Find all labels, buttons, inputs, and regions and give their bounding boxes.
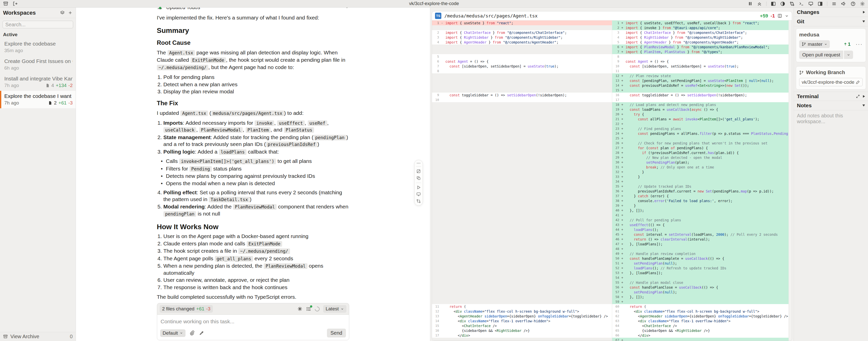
line-number: 46	[612, 237, 621, 241]
line-number: 8	[432, 69, 441, 73]
files-changed-badge[interactable]: 2 files changed +61 -3	[160, 305, 213, 313]
notes-section-header[interactable]: Notes	[794, 101, 868, 110]
chevron-down-icon	[341, 307, 344, 311]
tool-call-row[interactable]: Updated Todos	[157, 8, 349, 10]
diff-line	[432, 112, 612, 117]
view-archive-row[interactable]: View Archive 0	[0, 332, 76, 341]
sign-out-icon[interactable]	[12, 1, 18, 6]
line-number: 9	[432, 93, 441, 97]
monitor-icon[interactable]	[808, 1, 813, 6]
workspace-time: 35m ago	[4, 48, 23, 53]
diff-line: 35+ // Update tracked plan IDs	[612, 184, 792, 189]
settings-gear-icon[interactable]	[860, 1, 865, 6]
add-workspace-icon[interactable]	[68, 10, 73, 15]
copy-icon[interactable]	[416, 176, 421, 180]
workspace-item[interactable]: Explore the codebase35m ago	[0, 38, 76, 56]
working-branch-field[interactable]: vk/3ccf-explore-the-code	[799, 78, 863, 86]
terminal-section-header[interactable]: Terminal	[794, 92, 868, 101]
pr-options-caret[interactable]	[844, 51, 853, 59]
inline-code: PlanStatus	[284, 127, 314, 133]
search-input[interactable]	[3, 21, 73, 28]
diff-line: 44+ loadPlans();	[612, 227, 792, 232]
diff-row: 15 <ChatInterface />64 <ChatInterface />	[432, 323, 792, 328]
line-number: 63	[612, 319, 621, 323]
diff-line	[432, 150, 612, 155]
latest-dropdown[interactable]: Latest	[323, 305, 346, 313]
diff-area: TS /medusa/medusa/src/pages/Agent.tsx +5…	[430, 8, 794, 341]
diff-line: 47+ }, [loadPlans]);	[612, 242, 792, 246]
list-item: Polling effect: Set up a polling interva…	[163, 189, 349, 203]
diff-row: 36+ previousPlanIdsRef.current = new Set…	[432, 189, 792, 193]
line-number: 22	[612, 122, 621, 126]
chevron-down-icon[interactable]	[785, 14, 789, 18]
diff-line: 58+ }, []);	[612, 294, 792, 299]
more-options-icon[interactable]: ···	[856, 41, 863, 48]
workspace-title: Create Good First Issues on Github So p	[4, 58, 73, 64]
collapse-all-icon[interactable]	[757, 1, 762, 6]
run-play-icon[interactable]	[416, 185, 421, 190]
split-view-icon[interactable]	[777, 13, 782, 18]
notes-placeholder[interactable]: Add notes about this workspace...	[794, 110, 868, 127]
inline-code: PlanReviewModal	[264, 264, 307, 269]
git-compare-icon[interactable]	[416, 199, 421, 204]
monitor-icon[interactable]	[416, 192, 421, 196]
diff-row: 31+ break; // Only open one at a time	[432, 165, 792, 169]
chevron-down-icon[interactable]	[345, 8, 349, 10]
send-button[interactable]: Send	[327, 329, 346, 337]
line-number: 23	[612, 127, 621, 130]
disable-preview-icon[interactable]	[416, 169, 421, 174]
branch-selector[interactable]: master	[799, 40, 830, 48]
line-number: 21	[612, 117, 621, 121]
message-input[interactable]: Continue working on this task... Default…	[157, 314, 349, 340]
diff-row: 29+ // New plan detected - open the moda…	[432, 155, 792, 160]
additions-count: +61	[196, 306, 204, 312]
line-number: 10	[432, 98, 441, 102]
git-compare-icon[interactable]	[789, 1, 795, 6]
todo-list-icon[interactable]	[306, 306, 311, 312]
archive-box-icon[interactable]	[3, 1, 8, 6]
theme-contrast-icon[interactable]	[780, 1, 785, 6]
assistant-paragraph: The build completed successfully with no…	[157, 293, 349, 300]
assistant-paragraph: The Agent.tsx page was missing all plan …	[157, 49, 349, 71]
diff-row: 67+	[432, 338, 792, 341]
panel-left-icon[interactable]	[771, 1, 776, 6]
panel-right-icon[interactable]	[818, 1, 823, 6]
workspace-item[interactable]: Explore the codebase I want you to exp7h…	[0, 91, 76, 108]
workspace-item[interactable]: Install and integrate Vibe Kanban Web C7…	[0, 73, 76, 91]
diff-line: 28+ if (!previousPlanIdsRef.current.has(…	[612, 150, 792, 155]
working-branch-label: Working Branch	[806, 69, 845, 75]
mode-dropdown[interactable]: Default	[160, 329, 185, 337]
pause-icon[interactable]	[748, 1, 753, 6]
list-item: When a new pending plan is detected, the…	[163, 262, 349, 276]
spark-icon[interactable]	[297, 306, 302, 311]
todo-status-dot	[310, 305, 312, 308]
diff-row: 4import { AgentHeader } from "@/componen…	[432, 40, 792, 44]
highlighter-pen-icon[interactable]	[199, 330, 204, 336]
diff-row: 20+ try {	[432, 112, 792, 117]
diff-row: 28+ if (!previousPlanIdsRef.current.has(…	[432, 150, 792, 155]
line-number: 65	[612, 329, 621, 332]
diff-row: 47+ }, [loadPlans]);	[432, 242, 792, 246]
diff-row: 14+ const previousPlanIdsRef = useRef<Se…	[432, 83, 792, 88]
workspace-item[interactable]: Create Good First Issues on Github So p6…	[0, 56, 76, 73]
feedback-megaphone-icon[interactable]	[841, 1, 846, 6]
attach-paperclip-icon[interactable]	[190, 330, 195, 336]
drag-handle-icon[interactable]	[416, 162, 421, 164]
layers-icon[interactable]	[60, 10, 65, 15]
line-number: 52	[612, 266, 621, 270]
diff-line: 12+ // Plan review state	[612, 73, 792, 78]
menu-icon[interactable]	[832, 1, 837, 6]
line-number: 26	[612, 141, 621, 145]
changes-section-header[interactable]: Changes	[794, 8, 868, 17]
diff-line: 26+ // Check for new pending plans that …	[612, 141, 792, 146]
git-section-header[interactable]: Git	[794, 17, 868, 26]
commits-ahead[interactable]: 1	[843, 41, 850, 47]
inline-code: medusa/src/pages/Agent.tsx	[211, 111, 284, 116]
diff-scrollbar-gutter[interactable]	[788, 21, 792, 341]
open-pull-request-button[interactable]: Open pull request	[799, 51, 843, 59]
diff-line: 62 <AgentHeader sidebarOpen={sidebarOpen…	[612, 314, 792, 318]
terminal-icon[interactable]	[799, 1, 804, 6]
help-icon[interactable]	[850, 1, 856, 6]
list-item: Filters for Pending status plans	[159, 165, 349, 173]
diff-header[interactable]: TS /medusa/medusa/src/pages/Agent.tsx +5…	[432, 11, 792, 21]
